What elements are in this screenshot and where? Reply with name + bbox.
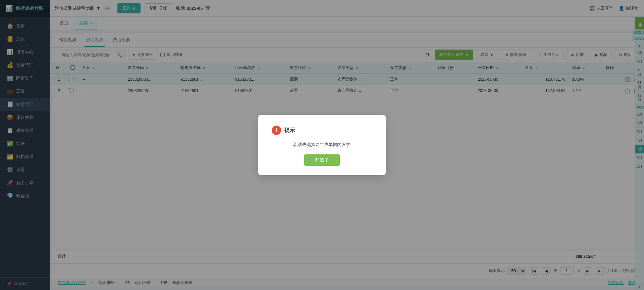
modal-body: 亲,请先选择要生成单据的发票! xyxy=(272,142,372,148)
modal-footer: 知道了 xyxy=(272,154,372,166)
modal-warn-icon: ! xyxy=(272,126,281,135)
modal-ok-button[interactable]: 知道了 xyxy=(304,154,340,166)
modal-header: ! 提示 xyxy=(272,126,372,135)
modal-box: ! 提示 亲,请先选择要生成单据的发票! 知道了 xyxy=(258,115,386,175)
modal-overlay: ! 提示 亲,请先选择要生成单据的发票! 知道了 xyxy=(0,0,644,290)
modal-title: 提示 xyxy=(284,127,295,134)
